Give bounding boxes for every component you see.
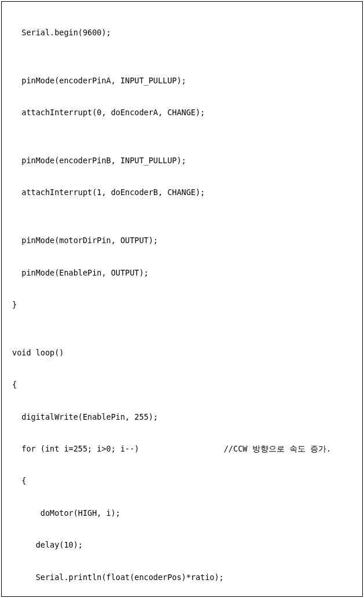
code-line: { [12,377,352,393]
code-line: pinMode(encoderPinB, INPUT_PULLUP); [12,153,352,169]
code-line: { [12,473,352,489]
code-line: } [12,297,352,313]
code-line: pinMode(encoderPinA, INPUT_PULLUP); [12,73,352,89]
code-block: Serial.begin(9600); pinMode(encoderPinA,… [1,1,363,597]
code-line: attachInterrupt(0, doEncoderA, CHANGE); [12,105,352,121]
code-line: digitalWrite(EnablePin, 255); [12,409,352,425]
code-line: for (int i=255; i>0; i--) //CCW 방향으로 속도 … [12,441,352,457]
code-line: Serial.begin(9600); [12,25,352,41]
code-line: void loop() [12,345,352,361]
code-line: doMotor(HIGH, i); [12,505,352,522]
code-line: pinMode(EnablePin, OUTPUT); [12,265,352,281]
code-line: pinMode(motorDirPin, OUTPUT); [12,233,352,249]
code-line: delay(10); [12,537,352,553]
code-line: attachInterrupt(1, doEncoderB, CHANGE); [12,185,352,201]
code-line: Serial.println(float(encoderPos)*ratio); [12,570,352,586]
